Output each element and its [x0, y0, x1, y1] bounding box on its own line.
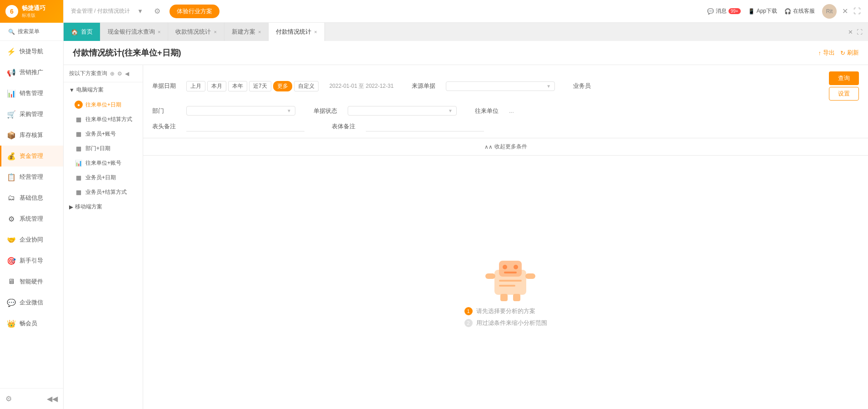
dept-select-arrow: ▼ — [287, 108, 291, 113]
settings-btn[interactable]: 设置 — [829, 87, 859, 101]
tab-new-scheme[interactable]: 新建方案 × — [224, 23, 269, 41]
window-close-btn[interactable]: ✕ — [842, 7, 848, 15]
filter-actions: 查询 设置 — [829, 71, 859, 101]
search-icon: 🔍 — [8, 29, 15, 35]
content-area: 付款情况统计(往来单位+日期) ↑ 导出 ↻ 刷新 按以下方案查询 ⊕ — [64, 41, 868, 409]
sidebar-item-wechat[interactable]: 💬 企业微信 — [0, 292, 63, 313]
date-buttons: 上月 本月 本年 近7天 更多 自定义 — [186, 81, 319, 91]
page-title: 付款情况统计(往来单位+日期) — [73, 47, 181, 58]
scheme-item-partner-settle[interactable]: ▦ 往来单位+结算方式 — [64, 112, 143, 126]
svg-rect-4 — [504, 272, 517, 273]
messages-label: 消息 — [716, 7, 727, 15]
sidebar-item-label: 系统管理 — [20, 215, 43, 223]
tab-payments-label: 付款情况统计 — [276, 28, 311, 36]
tab-new-scheme-close[interactable]: × — [258, 29, 261, 35]
sidebar-item-inventory[interactable]: 📦 库存核算 — [0, 125, 63, 146]
messages-action[interactable]: 💬 消息 99+ — [707, 7, 741, 15]
scheme-item-partner-account[interactable]: 📊 往来单位+账号 — [64, 156, 143, 170]
sidebar-item-label: 智能硬件 — [20, 278, 43, 286]
sidebar-item-quick-nav[interactable]: ⚡ 快捷导航 — [0, 41, 63, 62]
window-expand-btn[interactable]: ⛶ — [853, 7, 861, 15]
sidebar-item-hardware[interactable]: 🖥 智能硬件 — [0, 271, 63, 292]
sidebar-item-purchase[interactable]: 🛒 采购管理 — [0, 104, 63, 125]
tab-home-label: 首页 — [81, 28, 93, 36]
export-btn[interactable]: ↑ 导出 — [818, 49, 835, 57]
sidebar-collapse-btn[interactable]: ◀◀ — [47, 394, 58, 403]
refresh-btn[interactable]: ↻ 刷新 — [840, 49, 859, 57]
scheme-panel-header-icons: ⊕ ⚙ ◀ — [110, 71, 129, 77]
scheme-collapse-icon[interactable]: ◀ — [125, 71, 129, 77]
sidebar-item-marketing[interactable]: 📢 营销推广 — [0, 62, 63, 83]
scheme-item-label: 业务员+结算方式 — [85, 188, 127, 196]
svg-rect-9 — [485, 273, 495, 279]
sidebar-item-basic-info[interactable]: 🗂 基础信息 — [0, 187, 63, 208]
scheme-item-partner-date[interactable]: ● 往来单位+日期 — [64, 97, 143, 112]
export-label: 导出 — [823, 49, 835, 57]
sidebar-item-operations[interactable]: 📋 经营管理 — [0, 167, 63, 187]
date-btn-this-year[interactable]: 本年 — [228, 81, 247, 91]
scheme-item-staff-date[interactable]: ▦ 业务员+日期 — [64, 170, 143, 185]
tabs-expand-icon[interactable]: ⛶ — [857, 29, 863, 35]
tip-2-text: 用过滤条件来缩小分析范围 — [476, 319, 547, 327]
scheme-active-icon: ● — [75, 101, 83, 109]
tabs-end: ✕ ⛶ — [843, 23, 868, 41]
scheme-item-staff-account[interactable]: ▦ 业务员+账号 — [64, 126, 143, 141]
partner-more-btn[interactable]: ... — [509, 107, 514, 114]
sidebar-item-label: 企业微信 — [20, 298, 43, 307]
sidebar-item-fund[interactable]: 💰 资金管理 — [0, 146, 63, 167]
partner-label: 往来单位 — [475, 107, 500, 115]
sidebar-item-system[interactable]: ⚙ 系统管理 — [0, 208, 63, 229]
sidebar-item-sales[interactable]: 📊 销售管理 — [0, 83, 63, 104]
sidebar-settings-btn[interactable]: ⚙ — [5, 394, 12, 403]
staff-label: 业务员 — [573, 82, 598, 90]
collapse-label: 收起更多条件 — [494, 143, 527, 151]
app-logo-icon: 6 — [5, 5, 18, 18]
search-menu[interactable]: 🔍 搜索菜单 — [0, 23, 63, 41]
status-select[interactable]: ▼ — [348, 106, 457, 116]
date-btn-last-month[interactable]: 上月 — [186, 81, 205, 91]
svg-point-2 — [503, 265, 507, 269]
desktop-schemes-category[interactable]: ▼ 电脑端方案 — [64, 82, 143, 97]
svg-point-3 — [514, 265, 518, 269]
app-name: 畅捷通巧 — [22, 4, 45, 12]
tab-receipts-close[interactable]: × — [214, 29, 216, 35]
tab-payments-close[interactable]: × — [314, 29, 317, 35]
query-btn[interactable]: 查询 — [829, 71, 859, 85]
online-service-action[interactable]: 🎧 在线客服 — [784, 7, 815, 15]
scheme-item-dept-date[interactable]: ▦ 部门+日期 — [64, 141, 143, 156]
sidebar-item-member[interactable]: 👑 畅会员 — [0, 313, 63, 334]
mobile-schemes-category[interactable]: ▶ 移动端方案 — [64, 199, 143, 214]
header-note-input[interactable] — [186, 121, 304, 131]
collapse-bar[interactable]: ∧∧ 收起更多条件 — [143, 138, 868, 156]
date-btn-this-month[interactable]: 本月 — [207, 81, 226, 91]
scheme-settings-icon[interactable]: ⚙ — [117, 71, 122, 77]
tab-receipts[interactable]: 收款情况统计 × — [168, 23, 224, 41]
tab-payments[interactable]: 付款情况统计 × — [269, 23, 324, 41]
sidebar-item-enterprise[interactable]: 🤝 企业协同 — [0, 229, 63, 250]
body-note-input[interactable] — [366, 121, 484, 131]
dept-select[interactable]: ▼ — [186, 106, 295, 116]
scheme-item-staff-settle[interactable]: ▦ 业务员+结算方式 — [64, 185, 143, 199]
source-select[interactable]: ▼ — [446, 81, 555, 91]
member-icon: 👑 — [7, 319, 16, 328]
empty-illustration — [483, 256, 538, 306]
app-download-action[interactable]: 📱 App下载 — [748, 7, 777, 15]
sidebar-item-guide[interactable]: 🎯 新手引导 — [0, 250, 63, 271]
add-scheme-icon[interactable]: ⊕ — [110, 71, 115, 77]
app-download-icon: 📱 — [748, 8, 755, 15]
trial-btn[interactable]: 体验行业方案 — [170, 5, 219, 18]
svg-rect-10 — [525, 273, 535, 279]
scheme-item-label: 业务员+账号 — [85, 130, 116, 138]
user-avatar[interactable]: Rit — [822, 4, 837, 19]
tab-home[interactable]: 🏠 首页 — [64, 23, 100, 41]
date-btn-custom[interactable]: 自定义 — [294, 81, 319, 91]
tab-cash-flow[interactable]: 现金银行流水查询 × — [100, 23, 168, 41]
date-btn-more[interactable]: 更多 — [273, 81, 292, 91]
home-icon: 🏠 — [71, 29, 78, 35]
main-area: 资金管理 / 付款情况统计 ▼ ⚙ 体验行业方案 💬 消息 99+ 📱 App下… — [64, 0, 868, 409]
date-btn-last-7days[interactable]: 近7天 — [249, 81, 271, 91]
tab-cash-flow-close[interactable]: × — [158, 29, 160, 35]
topbar-settings-icon[interactable]: ⚙ — [154, 7, 160, 15]
empty-icon — [483, 256, 529, 302]
tabs-close-all-icon[interactable]: ✕ — [848, 29, 853, 35]
